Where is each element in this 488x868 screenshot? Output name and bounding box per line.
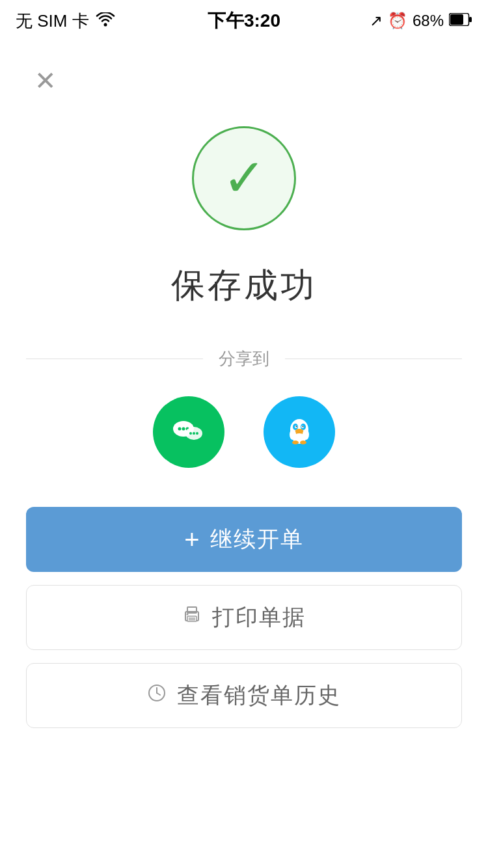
status-bar: 无 SIM 卡 下午3:20 ↗ ⏰ 68% — [0, 0, 488, 42]
success-icon-circle: ✓ — [192, 126, 296, 230]
share-divider: 分享到 — [26, 347, 462, 370]
share-section: 分享到 — [26, 347, 462, 468]
wifi-icon — [96, 11, 115, 31]
close-icon: ✕ — [34, 66, 57, 96]
wechat-share-button[interactable] — [153, 396, 224, 468]
continue-button-label: 继续开单 — [210, 524, 304, 554]
svg-rect-3 — [469, 17, 472, 22]
svg-rect-27 — [187, 616, 197, 621]
svg-point-11 — [196, 432, 198, 435]
print-button[interactable]: 打印单据 — [26, 585, 462, 650]
svg-point-9 — [189, 432, 192, 435]
alarm-icon: ⏰ — [388, 12, 407, 30]
history-icon — [147, 683, 167, 708]
svg-point-10 — [193, 432, 195, 435]
battery-percent: 68% — [413, 12, 444, 30]
print-button-label: 打印单据 — [212, 603, 306, 632]
plus-icon: + — [184, 525, 199, 554]
svg-point-23 — [292, 441, 299, 444]
close-button[interactable]: ✕ — [26, 61, 65, 100]
battery-icon — [449, 12, 472, 30]
qq-share-button[interactable] — [264, 396, 335, 468]
svg-point-18 — [303, 426, 304, 427]
divider-left — [26, 359, 203, 359]
svg-line-33 — [157, 693, 160, 695]
svg-point-24 — [300, 441, 306, 444]
status-time: 下午3:20 — [208, 8, 280, 33]
svg-point-5 — [178, 427, 182, 431]
checkmark-icon: ✓ — [223, 152, 266, 204]
history-button[interactable]: 查看销货单历史 — [26, 663, 462, 728]
success-title: 保存成功 — [171, 263, 317, 308]
history-button-label: 查看销货单历史 — [177, 681, 341, 711]
share-label: 分享到 — [203, 347, 285, 370]
svg-point-6 — [182, 427, 185, 431]
svg-rect-2 — [450, 14, 463, 25]
main-content: ✕ ✓ 保存成功 分享到 — [0, 42, 488, 748]
svg-point-17 — [296, 426, 297, 427]
no-sim-text: 无 SIM 卡 — [16, 10, 89, 33]
svg-point-30 — [187, 614, 189, 616]
location-icon: ↗ — [370, 12, 383, 30]
divider-right — [285, 359, 462, 359]
svg-point-0 — [103, 23, 107, 26]
continue-button[interactable]: + 继续开单 — [26, 507, 462, 572]
status-right: ↗ ⏰ 68% — [370, 12, 472, 30]
action-buttons: + 继续开单 打印单据 — [26, 507, 462, 728]
status-left: 无 SIM 卡 — [16, 10, 115, 33]
print-icon — [182, 605, 202, 630]
share-icons-container — [26, 396, 462, 468]
